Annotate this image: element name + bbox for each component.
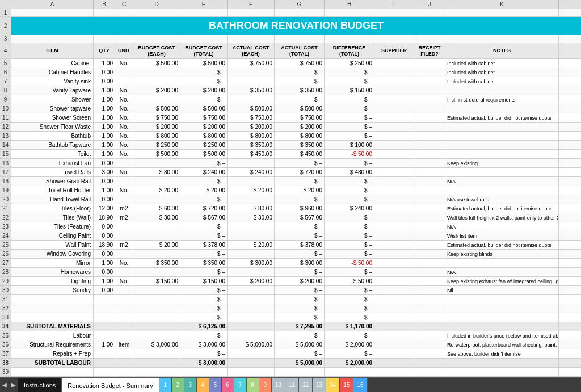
cell-qty	[94, 322, 115, 331]
tab-4[interactable]: 4	[197, 378, 209, 392]
tab-7[interactable]: 7	[234, 378, 247, 392]
tab-12[interactable]: 12	[299, 378, 313, 392]
cell-item: Shower Screen	[11, 113, 94, 122]
table-row: 11 Shower Screen 1.00 No. $ 750.00 $ 750…	[0, 113, 581, 123]
cell-rec	[414, 241, 445, 249]
cell-notes: Wish list item	[445, 231, 559, 240]
cell-unit: No.	[115, 95, 133, 104]
table-row: 23 Tiles (Feature) 0.00 $ – $ – $ – N/A	[0, 222, 581, 231]
cell-qty	[94, 331, 115, 340]
cell-bce	[133, 159, 180, 167]
cell-unit	[115, 68, 133, 77]
tab-3[interactable]: 3	[184, 378, 197, 392]
cell-unit: Item	[115, 340, 133, 349]
cell-bce	[133, 349, 180, 358]
cell-qty: 0.00	[94, 222, 115, 231]
cell-act: $ 350.00	[275, 141, 325, 149]
cell-3d	[133, 35, 180, 43]
cell-supp	[374, 277, 414, 285]
cell-qty: 0.00	[94, 250, 115, 258]
tab-9[interactable]: 9	[259, 378, 272, 392]
tab-summary[interactable]: Renovation Budget - Summary	[62, 378, 159, 392]
tab-6[interactable]: 6	[222, 378, 234, 392]
cell-qty: 1.00	[94, 141, 115, 149]
cell-rec	[414, 222, 445, 231]
header-bct: BUDGET COST (TOTAL)	[180, 43, 228, 58]
rownum-1: 1	[0, 9, 11, 16]
cell-ace	[228, 222, 275, 231]
tab-next[interactable]: ▶	[9, 378, 18, 392]
cell-notes: Keep existing blinds	[445, 250, 559, 258]
column-headers: A B C D E F G H I J K	[0, 0, 581, 9]
tab-1[interactable]: 1	[159, 378, 172, 392]
cell-notes	[445, 186, 559, 195]
tab-16[interactable]: 16	[353, 378, 367, 392]
rownum-13: 13	[0, 132, 11, 140]
tab-2[interactable]: 2	[172, 378, 184, 392]
cell-ace: $ 240.00	[228, 168, 275, 176]
column-label-row: 4 ITEM QTY UNIT BUDGET COST (EACH) BUDGE…	[0, 43, 581, 59]
cell-rec	[414, 349, 445, 358]
table-row: 39	[0, 368, 581, 377]
cell-supp	[374, 68, 414, 77]
cell-supp	[374, 141, 414, 149]
tab-11[interactable]: 11	[285, 378, 299, 392]
cell-rec	[414, 204, 445, 213]
cell-supp	[374, 59, 414, 68]
cell-bct: $ –	[180, 231, 228, 240]
cell-notes: Estimated actual, builder did not itemis…	[445, 113, 559, 122]
rownum-8: 8	[0, 86, 11, 95]
cell-bce	[133, 295, 180, 304]
cell-rec	[414, 359, 445, 367]
cell-unit: No.	[115, 113, 133, 122]
cell-bct: $ –	[180, 195, 228, 204]
cell-supp	[374, 123, 414, 131]
header-ace: ACTUAL COST (EACH)	[228, 43, 275, 58]
cell-supp	[374, 349, 414, 358]
cell-ace	[228, 95, 275, 104]
tab-5[interactable]: 5	[209, 378, 222, 392]
cell-bce	[133, 368, 180, 376]
rownum-21: 21	[0, 204, 11, 213]
cell-ace: $ 800.00	[228, 132, 275, 140]
cell-act: $ –	[275, 222, 325, 231]
cell-diff: $ –	[325, 250, 374, 258]
cell-item: Homewares	[11, 268, 94, 276]
cell-act: $ 300.00	[275, 259, 325, 267]
tab-10[interactable]: 10	[272, 378, 285, 392]
cell-unit	[115, 359, 133, 367]
tab-15[interactable]: 15	[340, 378, 353, 392]
cell-supp	[374, 241, 414, 249]
table-row: 24 Ceiling Paint 0.00 $ – $ – $ – Wish l…	[0, 231, 581, 241]
cell-supp	[374, 132, 414, 140]
tab-13[interactable]: 13	[313, 378, 326, 392]
tab-instructions[interactable]: Instructions	[18, 378, 62, 392]
cell-act: $ 7,295.00	[275, 322, 325, 331]
rownum-31: 31	[0, 295, 11, 304]
cell-rec	[414, 213, 445, 222]
cell-ace: $ 20.00	[228, 186, 275, 195]
cell-act: $ –	[275, 231, 325, 240]
cell-notes	[445, 313, 559, 322]
cell-bct: $ 20.00	[180, 186, 228, 195]
cell-bce: $ 350.00	[133, 259, 180, 267]
cell-unit: No.	[115, 259, 133, 267]
cell-rec	[414, 295, 445, 304]
cell-supp	[374, 295, 414, 304]
cell-ace: $ 750.00	[228, 59, 275, 68]
cell-rec	[414, 304, 445, 313]
cell-supp	[374, 186, 414, 195]
cell-rec	[414, 313, 445, 322]
table-row: 14 Bathtub Tapware 1.00 No. $ 250.00 $ 2…	[0, 141, 581, 150]
cell-ace: $ 20.00	[228, 241, 275, 249]
table-row: 10 Shower tapware 1.00 No. $ 500.00 $ 50…	[0, 104, 581, 113]
cell-bct: $ –	[180, 295, 228, 304]
cell-notes: Included with cabinet	[445, 77, 559, 86]
tab-14[interactable]: 14	[326, 378, 340, 392]
cell-1j	[414, 9, 445, 16]
cell-bce	[133, 195, 180, 204]
rownum-35: 35	[0, 331, 11, 340]
tab-8[interactable]: 8	[247, 378, 259, 392]
tab-prev[interactable]: ◀	[0, 378, 9, 392]
cell-act: $ 200.00	[275, 123, 325, 131]
